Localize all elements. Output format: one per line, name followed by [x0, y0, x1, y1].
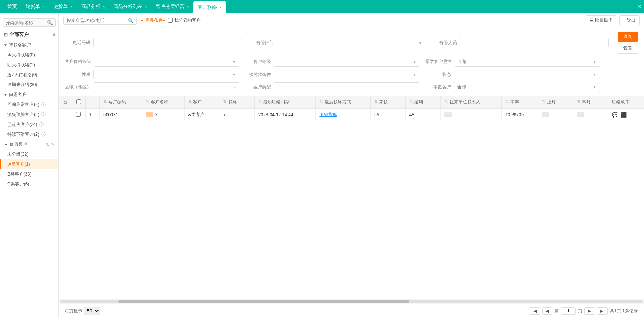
qr-action-icon[interactable]: ⬛: [620, 112, 627, 118]
close-tab-sales-icon[interactable]: ×: [42, 4, 44, 9]
sidebar-search-input[interactable]: [6, 20, 47, 25]
sidebar-item-declining[interactable]: 持续下滑客户(2) ⓘ: [0, 130, 58, 139]
phone-label: 电话号码: [65, 40, 90, 46]
sidebar-item-today[interactable]: 今天待联络(0): [0, 50, 58, 60]
export-button[interactable]: ↑ 导出: [619, 15, 640, 25]
row-checkbox[interactable]: [76, 112, 81, 117]
batch-ops-button[interactable]: ☰ 批量操作: [586, 15, 616, 25]
cust-type-select[interactable]: [274, 82, 420, 92]
td-last-date: 2023-04-12 14:44:: [254, 109, 316, 121]
arrow-pending-icon: ▼: [4, 43, 7, 47]
first-page-button[interactable]: |◀: [529, 307, 540, 315]
sort-handle-contact: ⇅: [223, 99, 227, 105]
close-tab-analysis-icon[interactable]: ×: [103, 4, 105, 9]
filter-bar: 🔍 ▼ 更多条件 ▾ 我分管的客户 ☰ 批量操作 ↑ 导出: [59, 13, 644, 28]
name-redacted-blob: [146, 112, 153, 117]
pagination: |◀ ◀ 第 页 ▶ ▶| 共1页 1条记录: [529, 307, 638, 315]
sidebar-item-c-class[interactable]: C类客户(6): [0, 179, 58, 189]
pay-select[interactable]: ▼: [274, 70, 420, 79]
th-last-method: ⇅ 最后联络方式: [316, 96, 371, 109]
close-tab-purchase-icon[interactable]: ×: [70, 4, 72, 9]
dept-select[interactable]: ▼: [277, 38, 426, 47]
last-page-button[interactable]: ▶|: [597, 307, 608, 315]
sidebar-item-churned[interactable]: 已流失客户(24) ⓘ: [0, 120, 58, 130]
section-value-customers[interactable]: ▼ 价值客户 ↻ ✎: [0, 139, 58, 149]
sidebar-all-customers[interactable]: ⊞ 全部客户 ◀: [0, 29, 58, 40]
nav-tab-analysis[interactable]: 商品分析 ×: [77, 0, 109, 13]
filter-row-1: 电话号码 分管部门 ▼ 分管人员 ···: [65, 32, 638, 54]
retail-cust-select[interactable]: 全部 ▼: [454, 82, 600, 92]
sidebar-item-churn-warning[interactable]: 流失预警客户(3) ⓘ: [0, 110, 58, 120]
table-hscroll[interactable]: [59, 299, 644, 304]
level-select[interactable]: ▼: [274, 57, 420, 67]
table-footer: 每页显示 50 |◀ ◀ 第 页 ▶ ▶| 共1页 1条记录: [59, 304, 644, 318]
table-header-row: ⚙ ⇅ 客户编码 ⇅ 客户名称: [59, 96, 644, 109]
status-select[interactable]: ▼: [454, 70, 600, 79]
close-all-button[interactable]: ×: [638, 3, 641, 10]
filter-cell-retail-cust: 零散客户 全部 ▼: [425, 82, 606, 92]
close-tab-layer-icon[interactable]: ×: [187, 4, 189, 9]
next-page-button[interactable]: ▶: [584, 307, 594, 315]
hscroll-track: [60, 300, 643, 303]
section-pending-contact[interactable]: ▼ 待联络客户: [0, 40, 58, 50]
filter-row-3: 性质 ▼ 收付款条件 ▼ 状态: [65, 70, 638, 79]
edit-icon[interactable]: ✎: [51, 142, 55, 147]
prev-page-button[interactable]: ◀: [542, 307, 552, 315]
ops-icon: ☰: [590, 18, 594, 23]
nav-tab-customer-layer[interactable]: 客户分层经营 ×: [151, 0, 193, 13]
my-customers-checkbox[interactable]: 我分管的客户: [168, 17, 201, 24]
person-select[interactable]: ···: [460, 38, 609, 47]
sidebar-search-box[interactable]: 🔍: [3, 18, 56, 27]
query-button[interactable]: 查询: [618, 32, 638, 42]
filter-cell-status: 状态 ▼: [425, 70, 606, 79]
phone-input[interactable]: [93, 38, 242, 47]
main-search-box[interactable]: 🔍: [63, 17, 137, 25]
sort-handle-uncontacted: ⇅: [374, 99, 378, 105]
select-all-checkbox[interactable]: [76, 99, 81, 104]
filter-cell-nature: 性质 ▼: [65, 70, 245, 79]
sidebar-item-tomorrow[interactable]: 明天待联络(1): [0, 60, 58, 70]
sidebar-item-a-class[interactable]: A类客户(1): [0, 159, 58, 169]
last-month-blob: [542, 112, 549, 117]
retail-attr-label: 零散客户属性: [425, 59, 452, 65]
settings-button[interactable]: 设置: [618, 43, 638, 54]
price-select[interactable]: ▼: [94, 57, 239, 67]
section-problem-customers[interactable]: ▼ 问题客户: [0, 90, 58, 100]
filter-cell-level: 客户等级 ▼: [245, 57, 426, 67]
region-select[interactable]: ···: [94, 82, 239, 92]
filter-row-2: 客户价格等级 ▼ 客户等级 ▼ 零散客户属性 全部: [65, 57, 638, 67]
retail-attr-select[interactable]: 全部 ▼: [455, 57, 600, 67]
close-tab-analysis-list-icon[interactable]: ×: [144, 4, 147, 9]
chat-action-icon[interactable]: 💬: [612, 112, 618, 118]
sidebar-item-b-class[interactable]: B类客户(33): [0, 169, 58, 179]
more-filters-button[interactable]: ▼ 更多条件 ▾: [140, 17, 165, 24]
th-contact: ⇅ 联络...: [219, 96, 255, 109]
sidebar-item-overdue[interactable]: 逾期未联络(30): [0, 80, 58, 90]
td-code: 000031: [100, 109, 142, 121]
td-contact: 7: [219, 109, 255, 121]
my-customers-check[interactable]: [168, 18, 173, 23]
query-button-group: 查询 设置: [615, 32, 638, 54]
main-search-input[interactable]: [67, 18, 128, 23]
refresh-icon[interactable]: ↻: [46, 142, 50, 147]
region-label: 区域（地区）: [65, 84, 91, 90]
filter-cell-cust-type: 客户类型: [245, 82, 426, 92]
table-settings-button[interactable]: ⚙: [63, 99, 68, 105]
main-layout: 🔍 ⊞ 全部客户 ◀ ▼ 待联络客户 今天待联络(0) 明天待联络(1) 近7天…: [0, 13, 644, 318]
sidebar-item-ungroup[interactable]: 未分组(32): [0, 149, 58, 159]
sidebar-item-repurchase-abnormal[interactable]: 回购异常客户(2) ⓘ: [0, 100, 58, 110]
nav-tab-sales[interactable]: 销货单 ×: [21, 0, 49, 13]
unit-contact-blob: [444, 112, 452, 117]
nav-tab-customer-contact[interactable]: 客户联络 ×: [193, 1, 226, 13]
nature-select[interactable]: ▼: [93, 70, 239, 79]
last-method-link[interactable]: 下销货单: [319, 112, 337, 117]
page-input[interactable]: [561, 307, 576, 315]
dept-down-icon: ▼: [418, 41, 422, 45]
nav-home[interactable]: 首页: [3, 0, 21, 13]
per-page-select[interactable]: 50: [84, 307, 100, 315]
sidebar-item-7days[interactable]: 近7天待联络(0): [0, 70, 58, 80]
nav-tab-purchase[interactable]: 进货单 ×: [49, 0, 76, 13]
close-tab-contact-icon[interactable]: ×: [219, 5, 221, 10]
th-uncontacted: ⇅ 未联...: [371, 96, 406, 109]
nav-tab-analysis-list[interactable]: 商品分析列表 ×: [109, 0, 151, 13]
